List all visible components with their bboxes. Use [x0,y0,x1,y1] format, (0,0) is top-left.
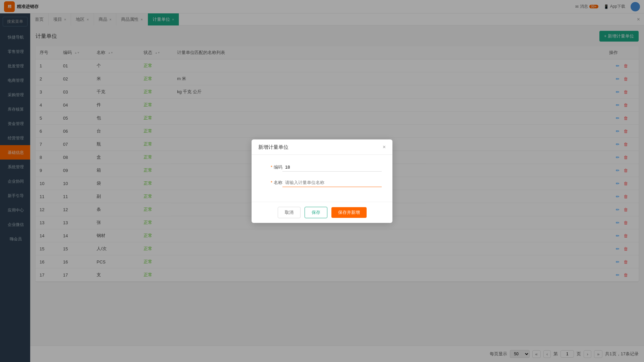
save-button[interactable]: 保存 [305,207,327,218]
modal-overlay: 新增计量单位 × *编码 *名称 取消 保存 保存并新增 [0,0,644,362]
save-and-new-button[interactable]: 保存并新增 [331,207,367,218]
form-row-name: *名称 [262,178,382,187]
name-label: *名称 [262,180,282,186]
code-label: *编码 [262,164,282,170]
modal-title: 新增计量单位 [258,144,288,150]
modal-header: 新增计量单位 × [252,139,392,155]
form-row-code: *编码 [262,163,382,172]
name-input[interactable] [282,178,382,187]
modal-body: *编码 *名称 [252,155,392,202]
modal-footer: 取消 保存 保存并新增 [252,202,392,223]
code-required-mark: * [271,165,272,170]
name-required-mark: * [271,180,272,185]
modal-close-button[interactable]: × [383,144,386,150]
code-input[interactable] [282,163,382,172]
add-unit-modal: 新增计量单位 × *编码 *名称 取消 保存 保存并新增 [252,139,392,223]
cancel-button[interactable]: 取消 [278,207,301,218]
